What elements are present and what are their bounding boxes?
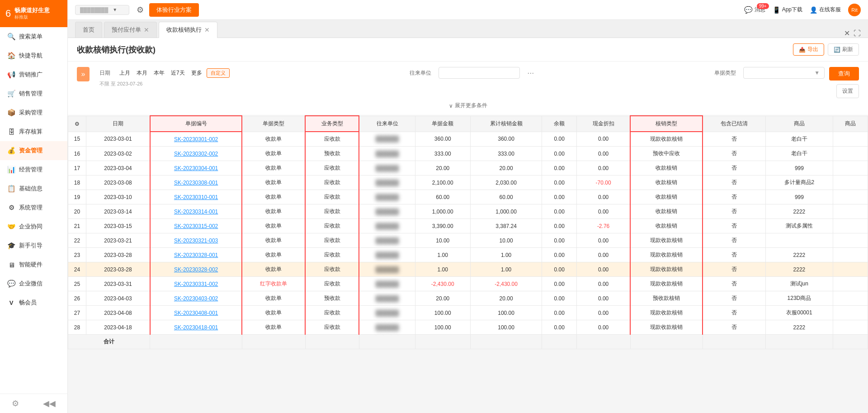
topbar-gear-icon[interactable]: ⚙ bbox=[137, 5, 144, 15]
sidebar-item-purchase[interactable]: 📦 采购管理 bbox=[0, 103, 67, 122]
row-no: 22 bbox=[68, 233, 86, 248]
page-title: 收款核销执行(按收款) bbox=[77, 44, 156, 61]
row-bill-no[interactable]: SK-20230314-001 bbox=[150, 204, 242, 219]
sidebar-item-operation[interactable]: 📊 经营管理 bbox=[0, 160, 67, 179]
row-date: 2023-03-15 bbox=[86, 219, 150, 233]
sidebar-item-system[interactable]: ⚙ 系统管理 bbox=[0, 198, 67, 217]
expand-tabs-icon[interactable]: ⛶ bbox=[854, 29, 861, 38]
row-bill-type: 收款单 bbox=[242, 132, 305, 147]
finance-icon: 💰 bbox=[7, 147, 15, 155]
sidebar-item-finance[interactable]: 💰 资金管理 bbox=[0, 141, 67, 160]
date-this-year-btn[interactable]: 本年 bbox=[152, 68, 166, 78]
row-bill-no[interactable]: SK-20230315-002 bbox=[150, 219, 242, 233]
th-settings[interactable]: ⚙ bbox=[68, 116, 86, 132]
row-cumulative: 333.00 bbox=[470, 147, 542, 161]
close-all-tabs-icon[interactable]: ✕ bbox=[844, 29, 850, 38]
row-goods: 2222 bbox=[765, 262, 833, 277]
filter-expand-arrow-btn[interactable]: » bbox=[77, 67, 90, 81]
vip-icon: V bbox=[7, 299, 15, 307]
row-include-settled: 否 bbox=[703, 190, 765, 204]
row-cash-discount: 0.00 bbox=[577, 147, 630, 161]
th-cash-discount: 现金折扣 bbox=[577, 116, 630, 132]
row-bill-amount: 3,390.00 bbox=[415, 219, 470, 233]
sidebar-item-sales[interactable]: 🛒 销售管理 bbox=[0, 84, 67, 103]
sidebar-item-beginner[interactable]: 🎓 新手引导 bbox=[0, 236, 67, 255]
date-this-month-btn[interactable]: 本月 bbox=[135, 68, 149, 78]
row-bill-no[interactable]: SK-20230304-001 bbox=[150, 161, 242, 176]
date-custom-btn[interactable]: 自定义 bbox=[207, 68, 230, 78]
filter-dots[interactable]: ··· bbox=[527, 68, 534, 78]
header-actions: 📤 导出 🔄 刷新 bbox=[793, 43, 859, 61]
expand-conditions-btn[interactable]: ∨ 展开更多条件 bbox=[449, 102, 487, 109]
sidebar-item-marketing[interactable]: 📢 营销推广 bbox=[0, 65, 67, 84]
row-no: 26 bbox=[68, 291, 86, 306]
row-bill-no[interactable]: SK-20230308-001 bbox=[150, 176, 242, 190]
row-cumulative: 1.00 bbox=[470, 262, 542, 277]
tab-pre-apply[interactable]: 预付应付单 ✕ bbox=[104, 22, 157, 38]
partner-input[interactable] bbox=[439, 67, 520, 79]
row-bill-no[interactable]: SK-20230301-002 bbox=[150, 132, 242, 147]
app-download-btn[interactable]: 📱 App下载 bbox=[773, 6, 802, 14]
th-date: 日期 bbox=[86, 116, 150, 132]
query-button[interactable]: 查询 bbox=[829, 67, 859, 81]
user-avatar[interactable]: Rit bbox=[848, 4, 861, 16]
total-cell bbox=[305, 335, 359, 349]
row-bill-type: 红字收款单 bbox=[242, 277, 305, 291]
sidebar-item-corp-collab[interactable]: 🤝 企业协同 bbox=[0, 217, 67, 236]
export-button[interactable]: 📤 导出 bbox=[793, 43, 824, 56]
row-date: 2023-04-18 bbox=[86, 320, 150, 335]
date-last-7-days-btn[interactable]: 近7天 bbox=[169, 68, 187, 78]
table-scroll[interactable]: ⚙ 日期 单据编号 单据类型 业务类型 往来单位 单据金额 累计核销金额 余额 … bbox=[68, 115, 868, 349]
sidebar-item-smart-hw[interactable]: 🖥 智能硬件 bbox=[0, 255, 67, 274]
row-bill-no[interactable]: SK-20230418-001 bbox=[150, 320, 242, 335]
row-bill-no[interactable]: SK-20230310-001 bbox=[150, 190, 242, 204]
main-area: ████████ ▼ ⚙ 体验行业方案 💬 消息 99+ 📱 App下载 👤 在… bbox=[68, 0, 868, 413]
th-biz-type: 业务类型 bbox=[305, 116, 359, 132]
solution-button[interactable]: 体验行业方案 bbox=[149, 3, 199, 17]
basic-info-icon: 📋 bbox=[7, 185, 15, 193]
bill-type-select[interactable]: ▼ bbox=[743, 67, 825, 79]
table-row: 282023-04-18SK-20230418-001收款单应收款██████1… bbox=[68, 320, 868, 335]
tab-home[interactable]: 首页 bbox=[75, 22, 102, 38]
row-include-settled: 否 bbox=[703, 161, 765, 176]
row-bill-no[interactable]: SK-20230331-002 bbox=[150, 277, 242, 291]
row-bill-no[interactable]: SK-20230328-002 bbox=[150, 262, 242, 277]
service-label: 在线客服 bbox=[819, 6, 841, 14]
company-dropdown[interactable]: ████████ ▼ bbox=[75, 5, 129, 15]
sidebar-item-inventory[interactable]: 🗄 库存核算 bbox=[0, 122, 67, 141]
online-service-btn[interactable]: 👤 在线客服 bbox=[810, 6, 841, 14]
row-bill-no[interactable]: SK-20230321-003 bbox=[150, 233, 242, 248]
tab-pre-apply-close-icon[interactable]: ✕ bbox=[144, 26, 149, 33]
row-cash-discount: 0.00 bbox=[577, 277, 630, 291]
refresh-button[interactable]: 🔄 刷新 bbox=[828, 43, 859, 56]
filter-settings-button[interactable]: 设置 bbox=[836, 84, 859, 98]
row-bill-no[interactable]: SK-20230302-002 bbox=[150, 147, 242, 161]
sidebar-item-basic-info[interactable]: 📋 基础信息 bbox=[0, 179, 67, 198]
row-no: 21 bbox=[68, 219, 86, 233]
sidebar-settings-btn[interactable]: ⚙ bbox=[12, 399, 19, 408]
row-date: 2023-03-02 bbox=[86, 147, 150, 161]
row-goods2 bbox=[833, 132, 868, 147]
row-writeoff-type: 收款核销 bbox=[630, 176, 703, 190]
row-partner: ██████ bbox=[359, 132, 415, 147]
message-btn[interactable]: 💬 消息 99+ bbox=[744, 6, 765, 14]
sidebar-item-corp-wechat[interactable]: 💬 企业微信 bbox=[0, 274, 67, 293]
sidebar-item-quick-nav[interactable]: 🏠 快捷导航 bbox=[0, 46, 67, 65]
sidebar-item-label: 基础信息 bbox=[19, 185, 42, 193]
row-goods2 bbox=[833, 291, 868, 306]
row-balance: 0.00 bbox=[542, 219, 577, 233]
tab-receipt-writeoff[interactable]: 收款核销执行 ✕ bbox=[159, 22, 217, 38]
sidebar-item-label: 库存核算 bbox=[19, 128, 42, 136]
date-last-month-btn[interactable]: 上月 bbox=[118, 68, 132, 78]
row-bill-no[interactable]: SK-20230328-001 bbox=[150, 248, 242, 262]
row-bill-no[interactable]: SK-20230408-001 bbox=[150, 306, 242, 320]
tab-receipt-writeoff-close-icon[interactable]: ✕ bbox=[204, 26, 210, 33]
message-icon: 💬 bbox=[744, 6, 753, 14]
row-bill-no[interactable]: SK-20230403-002 bbox=[150, 291, 242, 306]
sidebar-item-search-menu[interactable]: 🔍 搜索菜单 bbox=[0, 27, 67, 46]
row-bill-type: 收款单 bbox=[242, 219, 305, 233]
date-more-btn[interactable]: 更多 bbox=[189, 68, 204, 78]
sidebar-item-vip[interactable]: V 畅会员 bbox=[0, 293, 67, 312]
row-goods: 多计量商品2 bbox=[765, 176, 833, 190]
sidebar-collapse-btn[interactable]: ◀◀ bbox=[43, 399, 56, 408]
